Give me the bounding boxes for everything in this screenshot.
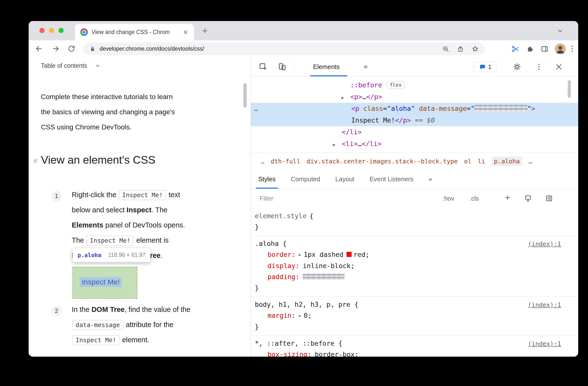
- tab-layout[interactable]: Layout: [335, 170, 355, 189]
- tab-event-listeners[interactable]: Event Listeners: [370, 170, 414, 189]
- step-text-line: below and select Inspect. The: [72, 202, 251, 217]
- breadcrumb-item[interactable]: dth-full: [271, 158, 300, 165]
- forward-button[interactable]: [51, 44, 61, 54]
- style-rule-element-style[interactable]: element.style{ }: [251, 208, 578, 235]
- more-panels-chevron[interactable]: »: [363, 57, 368, 76]
- browser-menu-icon[interactable]: [572, 46, 573, 52]
- intro-paragraph: Complete these interactive tutorials to …: [41, 89, 175, 135]
- table-of-contents-dropdown[interactable]: Table of contents: [41, 62, 101, 69]
- fullscreen-window-button[interactable]: [59, 28, 64, 33]
- expand-shorthand-icon[interactable]: ▶: [299, 252, 301, 257]
- style-selector[interactable]: *, ::after, ::before {: [255, 340, 342, 347]
- dollar-zero-flag: == $0: [411, 116, 435, 124]
- breadcrumb-overflow[interactable]: …: [261, 158, 264, 165]
- style-rule-universal[interactable]: (index):1 *, ::after, ::before { box-siz…: [251, 335, 578, 357]
- flex-badge[interactable]: flex: [386, 81, 405, 89]
- inline-code: Inspect Me!: [72, 335, 120, 345]
- overflow-dots[interactable]: …: [254, 103, 258, 115]
- tab-search-chevron-icon[interactable]: [556, 26, 565, 35]
- computed-sidebar-toggle-icon[interactable]: [544, 193, 554, 203]
- breadcrumb-item[interactable]: div.stack.center-images.stack--block.typ…: [307, 158, 458, 165]
- style-selector[interactable]: .aloha {: [255, 240, 287, 247]
- settings-gear-icon[interactable]: [512, 62, 522, 72]
- tab-computed[interactable]: Computed: [291, 170, 320, 189]
- share-icon[interactable]: [457, 45, 464, 53]
- bookmark-star-icon[interactable]: [471, 45, 479, 53]
- styles-tab-bar: Styles Computed Layout Event Listeners »: [251, 170, 578, 189]
- more-tabs-chevron[interactable]: »: [429, 170, 432, 189]
- dom-node-before[interactable]: ::beforeflex: [251, 79, 578, 91]
- style-selector[interactable]: body, h1, h2, h3, p, pre {: [255, 301, 358, 308]
- tab-elements[interactable]: Elements: [313, 57, 339, 76]
- message-bubble-icon: [479, 64, 486, 70]
- inspect-me-element[interactable]: Inspect Me!: [72, 267, 137, 299]
- devtools-menu-icon[interactable]: [534, 62, 544, 72]
- console-messages-badge[interactable]: 1: [473, 62, 497, 72]
- dom-node-p-collapsed[interactable]: ▶<p>…</p>: [251, 91, 578, 103]
- close-window-button[interactable]: [40, 28, 44, 33]
- doc-scrollbar-thumb[interactable]: [243, 83, 247, 108]
- inspect-overlay-tooltip: p.aloha 118.96 × 61.97: [72, 248, 150, 262]
- section-heading-row: # View an element's CSS: [29, 154, 251, 171]
- heading-anchor-link[interactable]: #: [34, 157, 38, 165]
- tab-title: View and change CSS - Chrom: [92, 29, 178, 36]
- profile-avatar[interactable]: [555, 43, 566, 54]
- zoom-icon[interactable]: [442, 45, 449, 53]
- breadcrumb-item[interactable]: li: [478, 158, 485, 165]
- expand-shorthand-icon[interactable]: ▶: [299, 313, 301, 318]
- stylesheet-link[interactable]: (index):1: [528, 238, 561, 250]
- intro-line: the basics of viewing and changing a pag…: [41, 104, 175, 120]
- style-rule-aloha[interactable]: (index):1 .aloha { border:▶1px dashedred…: [251, 235, 578, 296]
- tooltip-dimensions: 118.96 × 61.97: [108, 252, 146, 258]
- css-property[interactable]: display:inline-block;: [251, 260, 578, 271]
- scissors-extension-icon[interactable]: [511, 44, 520, 53]
- side-panel-icon[interactable]: [540, 44, 549, 53]
- new-style-rule-button[interactable]: +: [505, 189, 510, 207]
- device-toolbar-icon[interactable]: [277, 62, 287, 72]
- inline-code: Inspect Me!: [119, 190, 166, 200]
- toggle-hover-state-button[interactable]: :hov: [442, 189, 454, 208]
- tab-close-icon[interactable]: [181, 28, 190, 37]
- reload-button[interactable]: [67, 44, 76, 54]
- css-property[interactable]: padding:: [251, 271, 578, 282]
- style-selector[interactable]: element.style: [255, 212, 307, 220]
- css-property[interactable]: margin:▶0;: [251, 310, 578, 321]
- toolbar-extensions: [511, 40, 573, 57]
- active-tab[interactable]: View and change CSS - Chrom: [75, 24, 194, 40]
- window-content: Table of contents Complete these interac…: [29, 57, 578, 357]
- address-bar[interactable]: developer.chrome.com/docs/devtools/css/: [83, 42, 485, 55]
- step-text-line: The Inspect Me! element is: [72, 233, 251, 248]
- dom-breadcrumbs: … dth-full div.stack.center-images.stack…: [251, 153, 578, 170]
- stylesheet-link[interactable]: (index):1: [528, 299, 561, 310]
- css-property[interactable]: border:▶1px dashedred;: [251, 249, 578, 260]
- color-swatch[interactable]: [346, 252, 352, 257]
- devtools-close-icon[interactable]: [554, 62, 564, 72]
- new-tab-button[interactable]: [200, 26, 210, 36]
- filter-input[interactable]: Filter: [260, 189, 273, 208]
- inspect-element-icon[interactable]: [258, 62, 268, 72]
- toggle-classes-button[interactable]: .cls: [469, 189, 479, 208]
- dom-scrollbar-thumb[interactable]: [568, 80, 571, 98]
- dom-node-selected-open[interactable]: …<p class="aloha" data-message="">: [251, 103, 578, 115]
- breadcrumb-item-selected[interactable]: p.aloha: [492, 156, 522, 166]
- chevron-down-icon: [94, 63, 101, 69]
- doc-page: Table of contents Complete these interac…: [29, 57, 251, 357]
- tab-styles[interactable]: Styles: [258, 170, 276, 189]
- dom-node-li-collapsed[interactable]: ▶<li>…</li>: [251, 138, 578, 150]
- breadcrumb-overflow[interactable]: …: [528, 158, 532, 165]
- breadcrumb-item[interactable]: ol: [464, 158, 471, 165]
- stylesheet-link[interactable]: (index):1: [528, 338, 561, 349]
- dom-node-li-close[interactable]: </li>: [251, 126, 578, 138]
- extensions-puzzle-icon[interactable]: [525, 44, 534, 53]
- tab-strip: View and change CSS - Chrom: [29, 21, 578, 40]
- toc-label: Table of contents: [41, 62, 87, 69]
- expand-arrow-icon[interactable]: ▶: [341, 92, 350, 103]
- minimize-window-button[interactable]: [49, 28, 54, 33]
- expand-arrow-icon[interactable]: ▶: [333, 139, 342, 151]
- style-rule-body-headings[interactable]: (index):1 body, h1, h2, h3, p, pre { mar…: [251, 296, 578, 335]
- css-property[interactable]: box-sizing:border-box;: [251, 349, 578, 357]
- back-button[interactable]: [34, 44, 44, 54]
- dom-node-selected-text[interactable]: Inspect Me!</p> == $0: [251, 115, 578, 126]
- rendering-emulation-icon[interactable]: [523, 193, 533, 203]
- inspect-me-text[interactable]: Inspect Me!: [80, 277, 122, 287]
